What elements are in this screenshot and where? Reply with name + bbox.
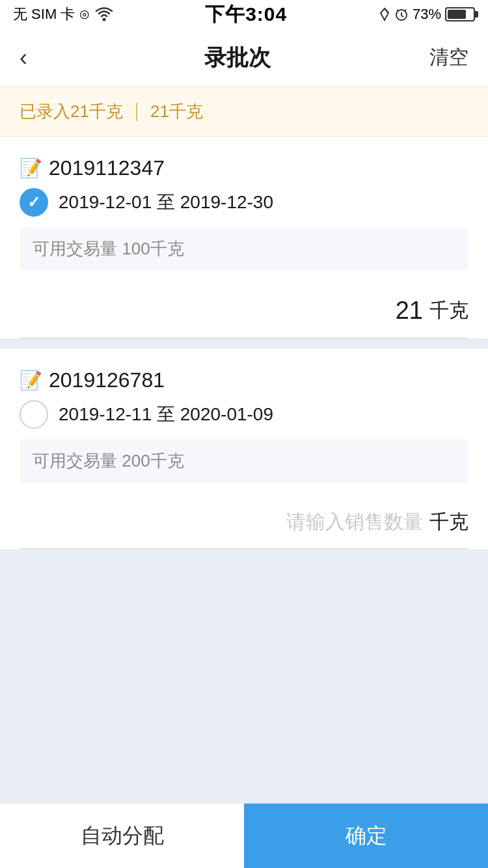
- svg-line-1: [385, 8, 388, 13]
- batch-1-radio[interactable]: [20, 188, 48, 217]
- batch-1-value: 21: [396, 297, 423, 325]
- batch-2-available: 可用交易量 200千克: [33, 451, 184, 470]
- info-divider: [136, 103, 137, 121]
- location-icon: [379, 7, 390, 21]
- batch-1-available: 可用交易量 100千克: [33, 239, 184, 258]
- battery-icon: [445, 7, 475, 21]
- status-time: 下午3:04: [205, 1, 287, 28]
- status-left: 无 SIM 卡 ⊙: [13, 5, 113, 24]
- svg-point-0: [103, 18, 106, 21]
- clear-button[interactable]: 清空: [416, 44, 468, 71]
- batch-1-id: 2019112347: [49, 156, 165, 180]
- batch-2-input-row: 请输入销售数量 千克: [0, 496, 488, 549]
- nav-bar: ‹ 录批次 清空: [0, 29, 488, 87]
- sim-text: 无 SIM 卡 ⊙: [13, 5, 90, 24]
- batch-2-row: 2019-12-11 至 2020-01-09: [20, 400, 468, 429]
- svg-line-6: [405, 10, 406, 11]
- status-right: 73%: [379, 6, 475, 23]
- auto-distribute-button[interactable]: 自动分配: [0, 804, 244, 868]
- batch-2-radio[interactable]: [20, 400, 48, 429]
- page-title: 录批次: [204, 43, 271, 73]
- batch-2-icon: 📝: [20, 370, 42, 391]
- battery-fill: [448, 10, 466, 19]
- batch-2-available-box: 可用交易量 200千克: [20, 439, 468, 483]
- confirm-button[interactable]: 确定: [244, 804, 488, 868]
- batch-2-id: 2019126781: [49, 368, 165, 392]
- info-amount: 21千克: [150, 100, 203, 123]
- battery-percent: 73%: [413, 6, 441, 23]
- wifi-icon: [95, 7, 113, 21]
- batch-2-container: 📝 2019126781 2019-12-11 至 2020-01-09 可用交…: [0, 349, 488, 483]
- batch-2-date: 2019-12-11 至 2020-01-09: [59, 402, 273, 427]
- batch-2-header: 📝 2019126781: [20, 368, 468, 392]
- batch-1-container: 📝 2019112347 2019-12-01 至 2019-12-30 可用交…: [0, 137, 488, 271]
- batch-1-unit: 千克: [429, 297, 468, 324]
- alarm-icon: [394, 7, 409, 21]
- bottom-bar: 自动分配 确定: [0, 803, 488, 868]
- svg-line-5: [397, 10, 398, 11]
- batch-2-unit: 千克: [429, 509, 468, 536]
- svg-line-4: [401, 16, 403, 17]
- batch-item-1: 📝 2019112347 2019-12-01 至 2019-12-30 可用交…: [0, 137, 488, 338]
- batch-1-row: 2019-12-01 至 2019-12-30: [20, 188, 468, 217]
- batch-1-available-box: 可用交易量 100千克: [20, 227, 468, 271]
- batch-2-placeholder: 请输入销售数量: [20, 509, 423, 536]
- info-label: 已录入21千克: [20, 100, 123, 123]
- status-bar: 无 SIM 卡 ⊙ 下午3:04 73%: [0, 0, 488, 29]
- batch-1-icon: 📝: [20, 157, 42, 179]
- batch-1-date: 2019-12-01 至 2019-12-30: [59, 190, 273, 215]
- batch-item-2: 📝 2019126781 2019-12-11 至 2020-01-09 可用交…: [0, 349, 488, 549]
- back-button[interactable]: ‹: [20, 44, 59, 72]
- info-bar: 已录入21千克 21千克: [0, 87, 488, 137]
- batch-1-header: 📝 2019112347: [20, 156, 468, 180]
- batch-1-amount-row: 21 千克: [0, 284, 488, 338]
- section-divider: [0, 338, 488, 349]
